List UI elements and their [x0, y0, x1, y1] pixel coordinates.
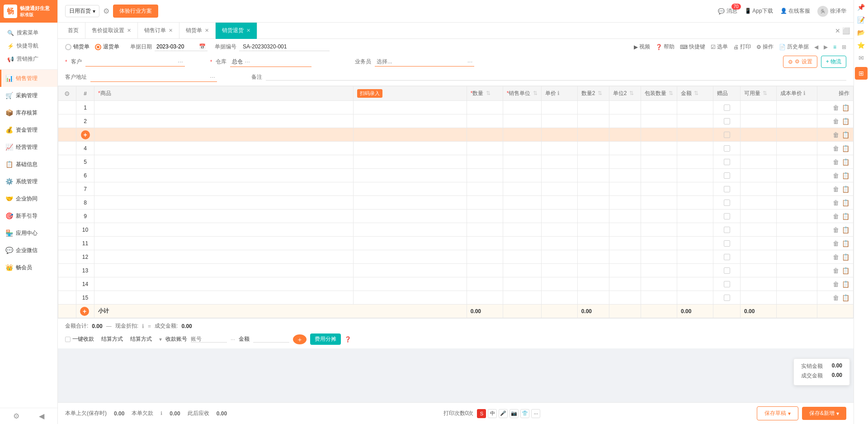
copy-row-icon-15[interactable]: 📋	[842, 294, 849, 301]
product-input-3[interactable]	[98, 132, 349, 138]
product-input-10[interactable]	[98, 227, 349, 233]
product-input-14[interactable]	[98, 281, 349, 287]
row-qty-10[interactable]	[467, 223, 503, 237]
row-product-11[interactable]	[94, 237, 354, 250]
row-qty-15[interactable]	[467, 291, 503, 305]
row-qty-14[interactable]	[467, 277, 503, 291]
sidebar-item-search[interactable]: 🔍 搜索菜单	[4, 26, 54, 39]
row-unit-13[interactable]	[503, 264, 541, 277]
fullscreen-icon[interactable]: ⬜	[842, 27, 850, 34]
gift-checkbox-4[interactable]	[724, 145, 730, 152]
row-product-1[interactable]	[94, 101, 354, 114]
next-record-btn[interactable]: ▶	[824, 44, 828, 50]
right-star-icon[interactable]: ⭐	[857, 42, 865, 49]
copy-row-icon-9[interactable]: 📋	[842, 213, 849, 220]
row-pkgqty-4[interactable]	[641, 142, 677, 155]
row-amount-1[interactable]	[677, 101, 713, 114]
row-qty2-11[interactable]	[577, 237, 609, 250]
remark-input[interactable]	[266, 74, 846, 80]
row-amount-3[interactable]	[677, 128, 713, 142]
row-pkgqty-2[interactable]	[641, 114, 677, 128]
row-product-6[interactable]	[94, 169, 354, 182]
row-pkgqty-15[interactable]	[641, 291, 677, 305]
row-qty2-1[interactable]	[577, 101, 609, 114]
row-qty-2[interactable]	[467, 114, 503, 128]
delete-row-icon-2[interactable]: 🗑	[833, 118, 839, 125]
gift-checkbox-14[interactable]	[724, 281, 730, 287]
row-price-12[interactable]	[541, 250, 577, 264]
row-price-7[interactable]	[541, 182, 577, 196]
sidebar-item-purchase[interactable]: 🛒 采购管理	[0, 87, 57, 104]
gift-checkbox-7[interactable]	[724, 186, 730, 192]
im-zh-icon[interactable]: 中	[488, 409, 497, 418]
account-picker-icon[interactable]: ···	[231, 336, 235, 343]
amount-input[interactable]	[253, 336, 289, 343]
print-toolbar-item[interactable]: 🖨 打印	[733, 43, 751, 51]
staff-picker-icon[interactable]: ···	[467, 58, 473, 65]
product-input-2[interactable]	[98, 118, 349, 124]
row-pkgqty-14[interactable]	[641, 277, 677, 291]
close-sales-delivery-icon[interactable]: ✕	[205, 28, 209, 33]
right-mail-icon[interactable]: ✉	[859, 54, 864, 62]
copy-row-icon-11[interactable]: 📋	[842, 240, 849, 247]
row-amount-9[interactable]	[677, 210, 713, 223]
unit2-sort-icon[interactable]: ⇅	[629, 90, 634, 96]
current-debt-icon[interactable]: ℹ	[160, 410, 162, 416]
row-pkgqty-3[interactable]	[641, 128, 677, 142]
select-toolbar-item[interactable]: ☑ 选单	[711, 43, 728, 51]
delete-row-icon-13[interactable]: 🗑	[833, 267, 839, 274]
gift-checkbox-1[interactable]	[724, 105, 730, 111]
row-price-15[interactable]	[541, 291, 577, 305]
row-qty2-9[interactable]	[577, 210, 609, 223]
gift-checkbox-12[interactable]	[724, 254, 730, 260]
delete-row-icon-15[interactable]: 🗑	[833, 294, 839, 301]
row-product-15[interactable]	[94, 291, 354, 305]
customer-input[interactable]	[87, 58, 178, 65]
row-unit-1[interactable]	[503, 101, 541, 114]
delete-row-icon-3[interactable]: 🗑	[833, 131, 839, 138]
row-product-5[interactable]	[94, 155, 354, 169]
row-qty2-6[interactable]	[577, 169, 609, 182]
product-input-4[interactable]	[98, 145, 349, 152]
copy-row-icon-8[interactable]: 📋	[842, 199, 849, 206]
discount-help-icon[interactable]: ℹ	[142, 323, 144, 329]
row-amount-15[interactable]	[677, 291, 713, 305]
row-product-4[interactable]	[94, 142, 354, 155]
copy-row-icon-7[interactable]: 📋	[842, 186, 849, 193]
row-available-1[interactable]	[741, 101, 777, 114]
user-menu[interactable]: 头 徐泽华	[817, 6, 846, 17]
copy-row-icon-2[interactable]: 📋	[842, 118, 849, 125]
save-draft-button[interactable]: 保存草稿 ▾	[757, 406, 798, 420]
help-toolbar-item[interactable]: ❓ 帮助	[656, 43, 675, 51]
right-pin-icon[interactable]: 📌	[857, 4, 865, 11]
video-toolbar-item[interactable]: ▶ 视频	[634, 43, 650, 51]
history-toolbar-item[interactable]: 📄 历史单据	[779, 43, 809, 51]
sidebar-item-shortcut[interactable]: ⚡ 快捷导航	[4, 39, 54, 52]
row-price-10[interactable]	[541, 223, 577, 237]
sidebar-item-business[interactable]: 📈 经营管理	[0, 138, 57, 156]
row-qty2-5[interactable]	[577, 155, 609, 169]
sidebar-item-marketing[interactable]: 📢 营销推广	[4, 52, 54, 66]
row-available-5[interactable]	[741, 155, 777, 169]
row-unit-10[interactable]	[503, 223, 541, 237]
radio-sales[interactable]: 销货单	[65, 43, 90, 51]
address-picker-icon[interactable]: ···	[210, 73, 215, 81]
row-unit-8[interactable]	[503, 196, 541, 210]
row-available-2[interactable]	[741, 114, 777, 128]
gift-checkbox-3[interactable]	[724, 132, 730, 138]
sidebar-item-system[interactable]: ⚙️ 系统管理	[0, 173, 57, 190]
row-amount-12[interactable]	[677, 250, 713, 264]
delete-row-icon-6[interactable]: 🗑	[833, 172, 839, 179]
row-available-8[interactable]	[741, 196, 777, 210]
row-amount-8[interactable]	[677, 196, 713, 210]
sidebar-item-wechat[interactable]: 💬 企业微信	[0, 242, 57, 259]
tab-sales-delivery[interactable]: 销货单 ✕	[179, 23, 216, 39]
row-qty-6[interactable]	[467, 169, 503, 182]
right-note-icon[interactable]: 📝	[857, 16, 865, 24]
row-pkgqty-13[interactable]	[641, 264, 677, 277]
warehouse-picker-icon[interactable]: ···	[245, 58, 250, 65]
row-qty-5[interactable]	[467, 155, 503, 169]
product-input-8[interactable]	[98, 200, 349, 206]
row-unit-7[interactable]	[503, 182, 541, 196]
row-product-7[interactable]	[94, 182, 354, 196]
